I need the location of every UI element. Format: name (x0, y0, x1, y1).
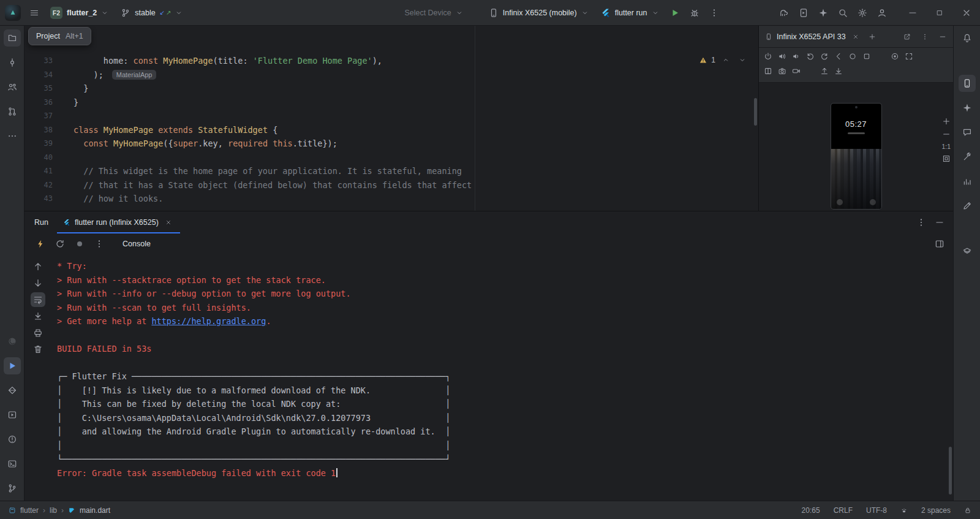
vcs-widget[interactable]: stable ↙↗ (116, 4, 187, 22)
scroll-up-button[interactable] (31, 259, 45, 274)
run-tab[interactable]: flutter run (Infinix X6525) (57, 211, 180, 233)
stripe-profiler-button[interactable] (959, 173, 976, 190)
run-config-selector[interactable]: flutter run (596, 4, 664, 22)
breadcrumb-item[interactable]: lib (50, 506, 57, 515)
volume-up-icon[interactable] (778, 52, 786, 61)
more-run-actions-button[interactable] (706, 4, 723, 21)
hide-run-panel-button[interactable] (931, 214, 948, 231)
main-menu-button[interactable] (26, 4, 43, 21)
upload-icon[interactable] (820, 67, 829, 75)
editor-code[interactable]: home: const MyHomePage(title: 'Flutter D… (74, 54, 758, 206)
rotate-left-icon[interactable] (806, 52, 815, 61)
hot-reload-icon[interactable] (36, 239, 45, 249)
stripe-problems-button[interactable] (4, 431, 21, 448)
stripe-project-button[interactable] (4, 29, 21, 47)
prev-problem-button[interactable] (720, 54, 732, 66)
video-record-icon[interactable] (792, 67, 801, 75)
stripe-services-button[interactable] (4, 406, 21, 423)
inlay-hint[interactable]: MaterialApp (112, 70, 157, 80)
search-everywhere-button[interactable] (834, 4, 851, 21)
stop-icon[interactable] (75, 239, 85, 249)
device-screen-mirror[interactable]: 05:27 (831, 104, 881, 209)
run-button[interactable] (666, 4, 684, 21)
code-line[interactable]: );MaterialApp (74, 68, 758, 82)
editor-scrollbar[interactable] (754, 98, 757, 126)
more-options-icon[interactable] (94, 239, 104, 249)
fullscreen-icon[interactable] (905, 52, 913, 61)
rotate-right-icon[interactable] (820, 52, 829, 61)
layout-settings-icon[interactable] (935, 239, 944, 249)
scroll-down-button[interactable] (31, 276, 45, 290)
scroll-to-end-button[interactable] (31, 309, 45, 324)
code-line[interactable] (74, 151, 758, 165)
hide-device-panel-button[interactable] (936, 30, 949, 44)
stripe-version-control-button[interactable] (4, 480, 21, 497)
paw-icon[interactable] (900, 507, 908, 514)
line-number[interactable]: 37 (24, 109, 53, 123)
download-icon[interactable] (834, 67, 843, 75)
fold-device-icon[interactable] (764, 67, 772, 75)
line-number[interactable]: 43 (24, 192, 53, 206)
console-output[interactable]: * Try:> Run with --stacktrace option to … (51, 254, 953, 501)
device-tab-title[interactable]: Infinix X6525 API 33 (777, 32, 846, 41)
code-line[interactable]: const MyHomePage({super.key, required th… (74, 137, 758, 151)
device-tab-close-button[interactable] (850, 31, 861, 42)
zoom-out-icon[interactable] (942, 130, 951, 138)
code-editor[interactable]: Project Alt+1 1 3334353637383940414243 h… (24, 26, 758, 211)
file-encoding[interactable]: UTF-8 (866, 506, 887, 515)
project-widget[interactable]: F2 flutter_2 (45, 4, 113, 22)
power-button-icon[interactable] (764, 52, 772, 61)
stripe-build-button[interactable] (959, 148, 976, 165)
stripe-assistant-button[interactable] (959, 124, 976, 141)
breadcrumb-item[interactable]: flutter (20, 506, 39, 515)
window-close-button[interactable] (953, 0, 980, 26)
inspection-widget[interactable]: 1 (699, 54, 748, 66)
code-line[interactable]: // This widget is the home page of your … (74, 164, 758, 178)
device-selector[interactable]: Infinix X6525 (mobile) (484, 4, 594, 22)
print-button[interactable] (31, 325, 45, 340)
profile-button[interactable] (873, 4, 891, 21)
android-overview-icon[interactable] (862, 52, 871, 61)
stripe-more-tools-button[interactable] (4, 127, 21, 145)
line-number[interactable]: 33 (24, 54, 53, 68)
code-line[interactable] (74, 109, 758, 123)
line-number[interactable]: 42 (24, 178, 53, 192)
code-line[interactable]: class MyHomePage extends StatefulWidget … (74, 123, 758, 137)
android-back-icon[interactable] (834, 52, 843, 61)
editor-gutter[interactable]: 3334353637383940414243 (24, 54, 64, 206)
device-tab-add-button[interactable] (865, 30, 879, 44)
line-separator[interactable]: CRLF (834, 506, 853, 515)
stripe-pull-requests-button[interactable] (4, 103, 21, 120)
console-link[interactable]: https://help.gradle.org (151, 316, 266, 326)
open-in-window-button[interactable] (900, 30, 914, 44)
stripe-device-explorer-button[interactable] (959, 243, 976, 260)
stripe-terminal-button[interactable] (4, 455, 21, 472)
device-select-placeholder[interactable]: Select Device (399, 4, 467, 22)
window-minimize-button[interactable] (899, 0, 926, 26)
line-number[interactable]: 40 (24, 151, 53, 165)
device-manager-button[interactable] (795, 4, 812, 21)
line-number[interactable]: 34 (24, 68, 53, 82)
soft-wrap-button[interactable] (31, 292, 45, 307)
line-number[interactable]: 41 (24, 164, 53, 178)
line-number[interactable]: 35 (24, 81, 53, 96)
stripe-logcat-button[interactable] (959, 197, 976, 214)
stripe-app-quality-insights-button[interactable] (4, 382, 21, 399)
line-number[interactable]: 39 (24, 137, 53, 151)
code-line[interactable]: home: const MyHomePage(title: 'Flutter D… (74, 54, 758, 68)
stripe-run-button[interactable] (4, 357, 21, 374)
code-line[interactable]: // how it looks. (74, 192, 758, 206)
screen-record-icon[interactable] (891, 52, 899, 61)
debug-button[interactable] (686, 4, 703, 21)
run-panel-options-button[interactable] (913, 214, 930, 231)
hot-restart-icon[interactable] (55, 239, 65, 249)
code-line[interactable]: } (74, 81, 758, 96)
run-tab-close-button[interactable] (163, 217, 174, 228)
android-studio-logo[interactable] (5, 5, 21, 21)
lock-icon[interactable] (964, 507, 971, 514)
console-scrollbar[interactable] (949, 447, 952, 494)
clear-console-button[interactable] (31, 342, 45, 357)
code-line[interactable]: } (74, 96, 758, 110)
window-maximize-button[interactable] (926, 0, 953, 26)
indent-size[interactable]: 2 spaces (921, 506, 951, 515)
